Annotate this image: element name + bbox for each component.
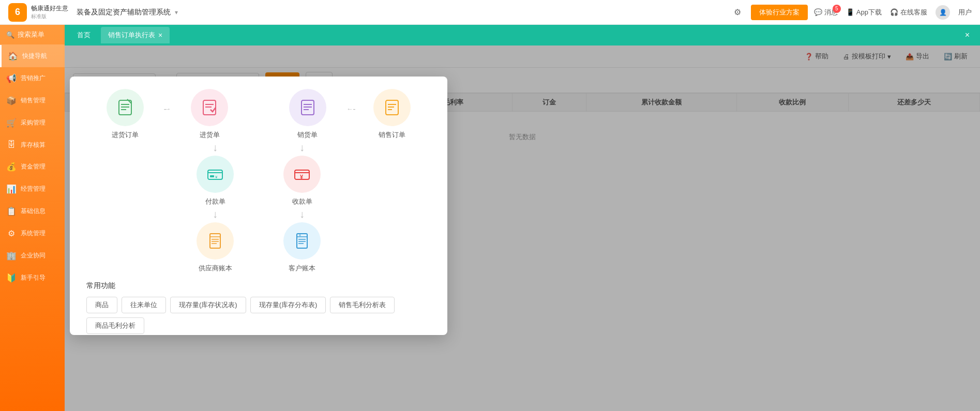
sidebar-label-guide: 新手引导 bbox=[21, 273, 46, 282]
system-name: 装备及固定资产辅助管理系统 bbox=[77, 8, 171, 17]
flow-purchase-bill[interactable]: 进货单 bbox=[171, 89, 248, 140]
logo-icon: 6 bbox=[8, 3, 27, 22]
message-icon: 💬 bbox=[814, 8, 822, 16]
online-service-label: 在线客服 bbox=[900, 8, 927, 17]
arrow-2: ← - - - bbox=[346, 105, 353, 124]
customer-ledger-label: 客户账本 bbox=[289, 264, 315, 273]
page-content: ❓ 帮助 🖨 按模板打印 ▾ 📤 导出 🔄 刷新 bbox=[65, 45, 980, 411]
purchase-order-icon bbox=[107, 89, 144, 126]
sidebar-item-operations[interactable]: 📊 经营管理 bbox=[0, 178, 65, 200]
tab-bar: 首页 销售订单执行表 × × bbox=[65, 25, 980, 45]
brand-version: 标准版 bbox=[31, 13, 68, 20]
svg-rect-27 bbox=[297, 234, 307, 248]
trial-button[interactable]: 体验行业方案 bbox=[751, 5, 808, 20]
flow-collection[interactable]: ¥ 收款单 bbox=[263, 156, 341, 206]
common-functions-title: 常用功能 bbox=[86, 281, 431, 291]
flow-sales-bill[interactable]: 销货单 bbox=[269, 89, 346, 140]
quick-icon: 🏠 bbox=[8, 51, 18, 61]
logo-area: 6 畅康通好生意 标准版 bbox=[8, 3, 70, 22]
search-menu[interactable]: 🔍 搜索菜单 bbox=[0, 25, 65, 45]
sidebar-item-enterprise[interactable]: 🏢 企业协同 bbox=[0, 245, 65, 267]
flow-row-1: 进货订单 - - - → bbox=[86, 89, 431, 140]
payment-icon: ¥ bbox=[197, 156, 234, 193]
marketing-icon: 📢 bbox=[6, 73, 17, 83]
sidebar-item-basic[interactable]: 📋 基础信息 bbox=[0, 200, 65, 222]
common-functions: 常用功能 商品 往来单位 现存量(库存状况表) 现存量(库存分布表) 销售毛利分… bbox=[86, 281, 431, 335]
flow-arrows-row: . ↓ ↓ . bbox=[86, 142, 431, 154]
dropdown-arrow-icon[interactable]: ▾ bbox=[175, 9, 178, 16]
supplier-ledger-label: 供应商账本 bbox=[199, 264, 232, 273]
sidebar-item-purchase[interactable]: 🛒 采购管理 bbox=[0, 112, 65, 134]
tab-sales-order[interactable]: 销售订单执行表 × bbox=[101, 27, 170, 43]
purchase-icon: 🛒 bbox=[6, 118, 17, 128]
sidebar-item-guide[interactable]: 🔰 新手引导 bbox=[0, 267, 65, 289]
sidebar-item-finance[interactable]: 💰 资金管理 bbox=[0, 156, 65, 178]
flow-sales-order[interactable]: 销售订单 bbox=[353, 89, 431, 140]
user-name[interactable]: 用户 bbox=[958, 8, 972, 17]
sidebar-item-system[interactable]: ⚙ 系统管理 bbox=[0, 222, 65, 245]
sales-order-label: 销售订单 bbox=[379, 130, 405, 140]
sidebar-label-quick: 快捷导航 bbox=[22, 52, 47, 60]
sidebar-label-basic: 基础信息 bbox=[21, 207, 46, 216]
sidebar-label-inventory: 库存核算 bbox=[21, 141, 46, 149]
customer-ledger-icon bbox=[283, 222, 321, 260]
app-download-label: App下载 bbox=[856, 8, 882, 17]
message-badge: 5 bbox=[833, 5, 841, 13]
app-download-button[interactable]: 📱 App下载 bbox=[846, 8, 882, 17]
sales-bill-label: 销货单 bbox=[297, 130, 318, 140]
content-area: 首页 销售订单执行表 × × ❓ 帮助 🖨 按模板打印 bbox=[65, 25, 980, 411]
system-title: 装备及固定资产辅助管理系统 ▾ bbox=[77, 8, 724, 17]
func-btn-product[interactable]: 商品 bbox=[86, 297, 117, 313]
func-btn-partner[interactable]: 往来单位 bbox=[122, 297, 166, 313]
brand-name: 畅康通好生意 bbox=[31, 5, 68, 13]
modal-box: 进货订单 - - - → bbox=[70, 77, 447, 335]
sidebar-item-marketing[interactable]: 📢 营销推广 bbox=[0, 67, 65, 89]
flow-arrows-row-2: ↓ ↓ bbox=[86, 208, 431, 220]
sales-icon: 📦 bbox=[6, 96, 17, 105]
sidebar-item-sales[interactable]: 📦 销售管理 bbox=[0, 89, 65, 112]
svg-text:¥: ¥ bbox=[215, 175, 218, 179]
svg-rect-17 bbox=[210, 175, 214, 177]
func-btn-sales-margin[interactable]: 销售毛利分析表 bbox=[330, 297, 395, 313]
settings-button[interactable]: ⚙ bbox=[730, 5, 745, 20]
sidebar: 🔍 搜索菜单 🏠 快捷导航 📢 营销推广 📦 销售管理 🛒 采购管理 🗄 bbox=[0, 25, 65, 411]
svg-point-32 bbox=[299, 234, 301, 236]
online-service-button[interactable]: 🎧 在线客服 bbox=[890, 8, 927, 17]
collection-label: 收款单 bbox=[292, 197, 312, 206]
svg-rect-22 bbox=[210, 234, 220, 248]
flow-customer-ledger[interactable]: 客户账本 bbox=[263, 222, 341, 273]
purchase-order-label: 进货订单 bbox=[112, 130, 139, 140]
purchase-bill-icon bbox=[191, 89, 228, 126]
tab-home[interactable]: 首页 bbox=[69, 27, 99, 43]
user-avatar[interactable]: 👤 bbox=[936, 5, 950, 20]
sidebar-label-sales: 销售管理 bbox=[21, 96, 46, 105]
sales-bill-icon bbox=[289, 89, 326, 126]
message-button[interactable]: 💬 消息 5 bbox=[814, 8, 838, 17]
operations-icon: 📊 bbox=[6, 184, 17, 194]
payment-label: 付款单 bbox=[205, 197, 225, 206]
flow-row-2: ¥ 付款单 ¥ 收款单 bbox=[86, 156, 431, 206]
headset-icon: 🎧 bbox=[890, 8, 898, 16]
guide-icon: 🔰 bbox=[6, 273, 17, 283]
flow-supplier-ledger[interactable]: 供应商账本 bbox=[176, 222, 254, 273]
logo-text: 畅康通好生意 标准版 bbox=[31, 5, 68, 20]
supplier-ledger-icon bbox=[197, 222, 234, 260]
func-btn-product-margin[interactable]: 商品毛利分析 bbox=[86, 317, 144, 334]
func-btn-inventory-status[interactable]: 现存量(库存状况表) bbox=[170, 297, 246, 313]
search-menu-label: 搜索菜单 bbox=[18, 30, 44, 39]
sidebar-item-quick[interactable]: 🏠 快捷导航 bbox=[0, 45, 65, 67]
window-close-button[interactable]: × bbox=[965, 31, 976, 40]
func-btn-inventory-distribution[interactable]: 现存量(库存分布表) bbox=[250, 297, 326, 313]
tab-close-button[interactable]: × bbox=[158, 27, 162, 43]
app-container: 6 畅康通好生意 标准版 装备及固定资产辅助管理系统 ▾ ⚙ 体验行业方案 💬 … bbox=[0, 0, 980, 411]
modal-overlay[interactable]: 进货订单 - - - → bbox=[65, 45, 980, 411]
collection-icon: ¥ bbox=[283, 156, 321, 193]
flow-purchase-order[interactable]: 进货订单 bbox=[86, 89, 164, 140]
system-icon: ⚙ bbox=[6, 229, 17, 238]
main-layout: 🔍 搜索菜单 🏠 快捷导航 📢 营销推广 📦 销售管理 🛒 采购管理 🗄 bbox=[0, 25, 980, 411]
sidebar-label-enterprise: 企业协同 bbox=[21, 251, 46, 260]
flow-payment[interactable]: ¥ 付款单 bbox=[176, 156, 254, 206]
sales-order-icon bbox=[373, 89, 411, 126]
finance-icon: 💰 bbox=[6, 162, 17, 172]
sidebar-item-inventory[interactable]: 🗄 库存核算 bbox=[0, 134, 65, 156]
